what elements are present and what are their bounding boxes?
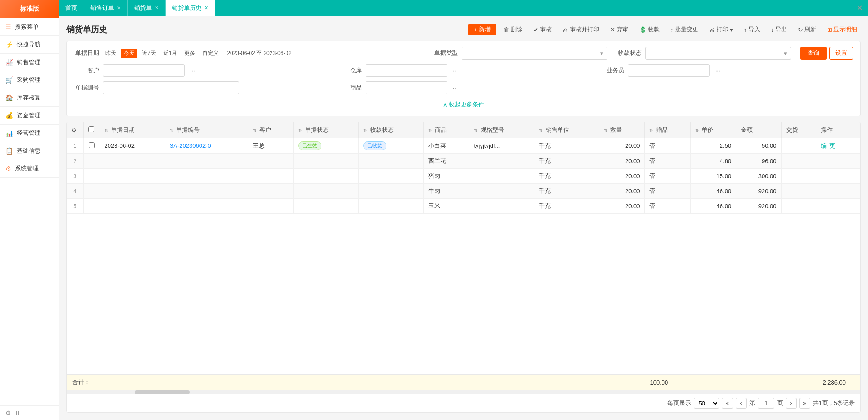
footer-total-qty: 100.00 — [641, 379, 677, 386]
salesperson-dots[interactable]: ··· — [713, 67, 722, 74]
sidebar-settings-icon[interactable]: ⚙ — [5, 410, 11, 416]
sidebar-item-purchase-mgmt[interactable]: 🛒 采购管理 — [0, 71, 59, 89]
filter-doc-type-label: 单据类型 — [433, 49, 458, 57]
collect-button[interactable]: 💲 收款 — [636, 24, 663, 35]
filter-warehouse-input[interactable] — [366, 64, 447, 77]
purchase-mgmt-icon: 🛒 — [5, 76, 13, 84]
col-doc-status-label: 单据状态 — [305, 126, 329, 133]
row-checkbox[interactable] — [89, 142, 95, 148]
col-goods[interactable]: ⇅ 商品 — [424, 122, 469, 138]
cell-goods: 西兰花 — [424, 154, 469, 169]
col-doc-date[interactable]: ⇅ 单据日期 — [100, 122, 165, 138]
select-all-checkbox[interactable] — [88, 126, 94, 132]
next-page-button[interactable]: › — [786, 398, 797, 409]
page-size-select[interactable]: 50 100 200 — [694, 398, 719, 409]
sidebar-item-quick-nav[interactable]: ⚡ 快捷导航 — [0, 36, 59, 54]
sort-icon: ⇅ — [170, 128, 173, 133]
sidebar-item-inventory[interactable]: 🏠 库存核算 — [0, 89, 59, 107]
table-scroll[interactable]: ⚙ ⇅ 单据日期 ⇅ 单据编号 — [67, 122, 860, 374]
plus-icon: + — [474, 26, 477, 33]
sidebar-item-basic-info[interactable]: 📋 基础信息 — [0, 142, 59, 160]
col-qty[interactable]: ⇅ 数量 — [599, 122, 645, 138]
refresh-button[interactable]: ↻ 刷新 — [794, 24, 820, 35]
batch-change-button[interactable]: ↕ 批量变更 — [667, 24, 702, 35]
filter-goods: 商品 ··· — [337, 81, 591, 94]
warehouse-dots[interactable]: ··· — [451, 67, 460, 74]
tab-sales-order[interactable]: 销售订单 ✕ — [84, 0, 128, 16]
filter-doc-no-input[interactable] — [103, 81, 239, 94]
page-number-input[interactable] — [758, 398, 774, 409]
filter-salesperson-input[interactable] — [628, 64, 710, 77]
new-button[interactable]: + 新增 — [468, 24, 496, 35]
window-close-btn[interactable]: ✕ — [851, 4, 868, 12]
col-payment-status-label: 收款状态 — [370, 126, 394, 133]
import-button[interactable]: ↑ 导入 — [740, 24, 764, 35]
col-doc-no[interactable]: ⇅ 单据编号 — [165, 122, 248, 138]
horizontal-scrollbar[interactable] — [67, 390, 860, 394]
operations-icon: 📊 — [5, 130, 13, 137]
date-tab-custom[interactable]: 自定义 — [200, 49, 221, 58]
col-doc-status[interactable]: ⇅ 单据状态 — [294, 122, 359, 138]
sidebar-item-sales-mgmt[interactable]: 📈 销售管理 — [0, 54, 59, 71]
audit-button[interactable]: ✔ 审核 — [530, 24, 555, 35]
collapse-up-icon: ∧ — [443, 101, 447, 108]
tab-sales-history-close[interactable]: ✕ — [204, 5, 208, 11]
tab-sales-history-label: 销货单历史 — [172, 4, 201, 12]
date-tab-more[interactable]: 更多 — [181, 49, 198, 58]
col-payment-status[interactable]: ⇅ 收款状态 — [359, 122, 424, 138]
tab-sales-goods-close[interactable]: ✕ — [155, 5, 159, 11]
sidebar-collapse-icon[interactable]: ⏸ — [15, 410, 20, 416]
col-unit-price[interactable]: ⇅ 单价 — [690, 122, 736, 138]
date-tab-today[interactable]: 今天 — [121, 49, 137, 58]
delete-button[interactable]: 🗑 删除 — [500, 24, 526, 35]
tab-sales-history[interactable]: 销货单历史 ✕ — [166, 0, 215, 16]
sidebar-item-system-mgmt[interactable]: ⚙ 系统管理 — [0, 160, 59, 178]
filter-doc-type-select[interactable]: ▾ — [462, 47, 607, 60]
tab-sales-goods[interactable]: 销货单 ✕ — [128, 0, 166, 16]
gear-settings-icon[interactable]: ⚙ — [71, 127, 77, 134]
query-button[interactable]: 查询 — [800, 47, 827, 60]
col-gift[interactable]: ⇅ 赠品 — [645, 122, 690, 138]
abandon-button[interactable]: ✕ 弃审 — [607, 24, 632, 35]
date-tab-1month[interactable]: 近1月 — [161, 49, 180, 58]
filter-payment-status-select[interactable]: ▾ — [645, 47, 791, 60]
goods-dots[interactable]: ··· — [451, 85, 460, 91]
filter-row-1: 单据日期 昨天 今天 近7天 近1月 更多 自定义 2023-06-02 至 2… — [74, 47, 853, 60]
customer-dots[interactable]: ··· — [188, 67, 197, 74]
sidebar-item-search-menu[interactable]: ☰ 搜索菜单 — [0, 18, 59, 36]
filter-customer-input[interactable] — [103, 64, 185, 77]
sidebar-item-finance[interactable]: 💰 资金管理 — [0, 107, 59, 125]
filter-settings-button[interactable]: 设置 — [829, 47, 853, 60]
edit-link[interactable]: 编 — [821, 142, 827, 149]
col-amount-label: 金额 — [741, 126, 753, 133]
last-page-button[interactable]: » — [799, 398, 810, 409]
col-spec[interactable]: ⇅ 规格型号 — [469, 122, 534, 138]
more-link[interactable]: 更 — [829, 142, 835, 149]
prev-page-button[interactable]: ‹ — [736, 398, 747, 409]
print-button[interactable]: 🖨 打印 ▾ — [706, 24, 737, 35]
cell-goods: 牛肉 — [424, 184, 469, 199]
filter-goods-input[interactable] — [366, 81, 447, 94]
doc-no-link[interactable]: SA-20230602-0 — [170, 142, 211, 149]
cell-goods: 小白菜 — [424, 138, 469, 154]
audit-print-button[interactable]: 🖨 审核并打印 — [559, 24, 603, 35]
cell-customer — [248, 199, 293, 214]
collapse-button[interactable]: ∧ 收起更多条件 — [74, 99, 853, 110]
cell-qty: 20.00 — [599, 154, 645, 169]
col-unit[interactable]: ⇅ 销售单位 — [534, 122, 599, 138]
tab-home[interactable]: 首页 — [59, 0, 84, 16]
filter-actions: 查询 设置 — [800, 47, 853, 60]
display-detail-button[interactable]: ⊞ 显示明细 — [823, 24, 861, 35]
cell-doc-status — [294, 199, 359, 214]
cell-payment-status — [359, 199, 424, 214]
footer-total-amount: 2,286.00 — [814, 379, 855, 386]
tab-sales-order-close[interactable]: ✕ — [117, 5, 121, 11]
filter-collapse-row: ∧ 收起更多条件 — [74, 99, 853, 110]
date-tab-7days[interactable]: 近7天 — [139, 49, 159, 58]
sidebar-item-operations[interactable]: 📊 经营管理 — [0, 125, 59, 142]
col-customer[interactable]: ⇅ 客户 — [248, 122, 293, 138]
cell-row-no: 2 — [67, 154, 83, 169]
date-tab-yesterday[interactable]: 昨天 — [103, 49, 119, 58]
export-button[interactable]: ↓ 导出 — [768, 24, 791, 35]
first-page-button[interactable]: « — [722, 398, 733, 409]
